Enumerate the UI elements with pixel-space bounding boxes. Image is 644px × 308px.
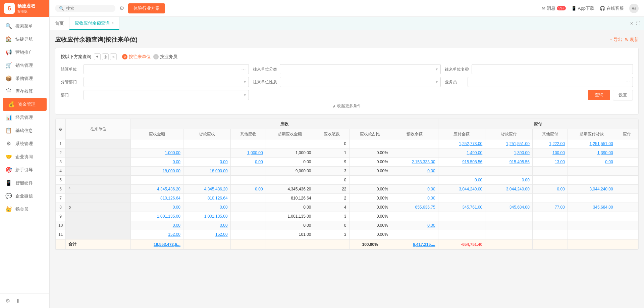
- tab-close-icon[interactable]: ×: [112, 21, 114, 25]
- collapse-btn[interactable]: ∧ 收起更多条件: [333, 103, 361, 109]
- table-cell[interactable]: 1,001,135.00: [131, 212, 183, 221]
- table-cell[interactable]: 345,684.00: [485, 203, 533, 212]
- table-cell[interactable]: 810,126.64: [131, 194, 183, 203]
- user-avatar[interactable]: Rit: [629, 4, 639, 13]
- table-cell[interactable]: 1,252,773.00: [438, 139, 485, 148]
- col-settings-header[interactable]: ⚙: [56, 119, 66, 139]
- scheme-edit-btn[interactable]: ◎: [102, 53, 109, 60]
- tab-home[interactable]: 首页: [50, 17, 69, 30]
- settings-btn[interactable]: 设置: [613, 90, 633, 100]
- app-download-action[interactable]: 📱 App下载: [571, 5, 594, 11]
- settings-icon[interactable]: ⚙: [119, 5, 124, 11]
- partner-nature-input[interactable]: ▾: [280, 77, 441, 87]
- table-cell[interactable]: 0.00: [391, 194, 438, 203]
- sidebar-item-operations[interactable]: 📊 经营管理: [0, 111, 49, 124]
- table-cell[interactable]: 0.00: [485, 176, 533, 185]
- table-cell[interactable]: 1,001,135.00: [183, 212, 231, 221]
- department-input[interactable]: ▾: [84, 77, 249, 87]
- table-cell[interactable]: 915,495.56: [485, 158, 533, 167]
- table-cell[interactable]: 1,222.00: [532, 139, 568, 148]
- table-cell[interactable]: 810,126.64: [183, 194, 231, 203]
- table-cell[interactable]: 0.00: [183, 221, 231, 230]
- tab-ar-query[interactable]: 应收应付余额查询 ×: [69, 17, 119, 30]
- sidebar-item-system[interactable]: ⚙ 系统管理: [0, 137, 49, 150]
- table-cell[interactable]: 1,251,551.00: [485, 139, 533, 148]
- sidebar-item-guide[interactable]: 🎯 新手引导: [0, 163, 49, 176]
- footer-advance[interactable]: 6,417,215....: [391, 239, 438, 250]
- table-cell[interactable]: 18,000.00: [131, 167, 183, 176]
- sidebar-item-marketing[interactable]: 📢 营销推广: [0, 46, 49, 59]
- table-cell[interactable]: 0.00: [131, 158, 183, 167]
- table-cell[interactable]: 655,636.75: [391, 203, 438, 212]
- table-cell[interactable]: 0.00: [131, 203, 183, 212]
- table-cell[interactable]: 1,490.00: [438, 148, 485, 158]
- sidebar-item-inventory[interactable]: 🏛 库存核算: [0, 85, 49, 98]
- collapse-sidebar-icon[interactable]: ⏸: [15, 298, 21, 304]
- table-cell[interactable]: 0.00: [131, 221, 183, 230]
- sidebar-item-smart-hardware[interactable]: 📱 智能硬件: [0, 176, 49, 189]
- table-cell[interactable]: 1,251,551.00: [568, 139, 616, 148]
- table-cell[interactable]: 0.00: [532, 185, 568, 194]
- table-cell[interactable]: 0.00: [391, 185, 438, 194]
- sidebar-item-member[interactable]: 👑 畅会员: [0, 203, 49, 216]
- trial-btn[interactable]: 体验行业方案: [128, 3, 165, 13]
- salesman-input[interactable]: ···: [468, 77, 633, 87]
- settings-bottom-icon[interactable]: ⚙: [5, 298, 10, 304]
- table-cell[interactable]: 0.00: [230, 185, 266, 194]
- tab-expand-icon[interactable]: ⛶: [636, 21, 640, 26]
- table-cell[interactable]: 2,153,333.00: [391, 158, 438, 167]
- table-cell[interactable]: 0.00: [183, 203, 231, 212]
- col-settings-icon[interactable]: ⚙: [59, 127, 62, 132]
- sidebar-item-enterprise-wechat[interactable]: 💬 企业微信: [0, 189, 49, 203]
- table-cell[interactable]: 13.00: [532, 158, 568, 167]
- query-btn[interactable]: 查询: [588, 90, 610, 100]
- sidebar-item-funds[interactable]: 💰 资金管理: [3, 98, 47, 111]
- table-cell[interactable]: 1,000.00: [131, 148, 183, 158]
- table-cell[interactable]: 345,684.00: [568, 203, 616, 212]
- table-cell[interactable]: 0.00: [568, 158, 616, 167]
- sidebar-item-sales[interactable]: 🛒 销售管理: [0, 59, 49, 72]
- table-cell[interactable]: 100.00: [532, 148, 568, 158]
- table-cell[interactable]: 1,390.00: [485, 148, 533, 158]
- table-cell[interactable]: 77.00: [532, 203, 568, 212]
- scheme-collapse-btn[interactable]: «: [110, 53, 117, 60]
- search-input[interactable]: [66, 6, 106, 11]
- table-cell[interactable]: 1,390.00: [568, 148, 616, 158]
- scheme-option-salesman[interactable]: ◎ 按业务员: [153, 54, 177, 60]
- table-cell[interactable]: 1,000.00: [230, 148, 266, 158]
- message-action[interactable]: ✉ 消息 99+: [542, 5, 566, 11]
- table-cell[interactable]: 0.00: [438, 176, 485, 185]
- tab-close-window-icon[interactable]: ✕: [630, 21, 633, 26]
- footer-ar-total[interactable]: 19,553,472,6...: [131, 239, 183, 250]
- table-cell[interactable]: 4,345,436.20: [183, 185, 231, 194]
- sidebar-item-quick-nav[interactable]: 🏠 快捷导航: [0, 33, 49, 46]
- sidebar-item-basic-info[interactable]: 📋 基础信息: [0, 124, 49, 137]
- sidebar-item-search-menu[interactable]: 🔍 搜索菜单: [0, 19, 49, 33]
- table-cell[interactable]: 915,508.56: [438, 158, 485, 167]
- table-cell[interactable]: 3,044,240.00: [485, 185, 533, 194]
- table-cell[interactable]: 4,345,436.20: [131, 185, 183, 194]
- table-row: 91,001,135.001,001,135.001,001,135.0030.…: [56, 212, 638, 221]
- table-cell[interactable]: 0.00: [391, 221, 438, 230]
- table-cell[interactable]: 3,044,240.00: [568, 185, 616, 194]
- sidebar-item-enterprise-collab[interactable]: 🤝 企业协同: [0, 150, 49, 163]
- table-cell[interactable]: 3,044,240.00: [438, 185, 485, 194]
- export-btn[interactable]: ↑ 导出: [610, 37, 623, 43]
- partner-name-input[interactable]: [472, 64, 633, 74]
- table-cell[interactable]: 0.00: [230, 158, 266, 167]
- table-cell[interactable]: 345,761.00: [438, 203, 485, 212]
- table-cell[interactable]: 0.00: [183, 158, 231, 167]
- online-service-action[interactable]: 🎧 在线客服: [600, 5, 624, 11]
- header-search[interactable]: 🔍: [55, 5, 115, 12]
- partner-category-input[interactable]: ▾: [280, 64, 441, 74]
- table-cell[interactable]: 152.00: [131, 230, 183, 239]
- scheme-option-partner[interactable]: ⚙ 按往来单位: [122, 54, 151, 60]
- dept-input[interactable]: ▾: [84, 90, 249, 100]
- table-cell[interactable]: 152.00: [183, 230, 231, 239]
- table-cell[interactable]: 0.00: [391, 167, 438, 176]
- sidebar-item-purchase[interactable]: 📦 采购管理: [0, 72, 49, 85]
- table-cell[interactable]: 18,000.00: [183, 167, 231, 176]
- refresh-btn[interactable]: ↻ 刷新: [625, 37, 639, 43]
- settlement-unit-input[interactable]: ···: [84, 64, 249, 74]
- scheme-add-btn[interactable]: +: [94, 53, 101, 60]
